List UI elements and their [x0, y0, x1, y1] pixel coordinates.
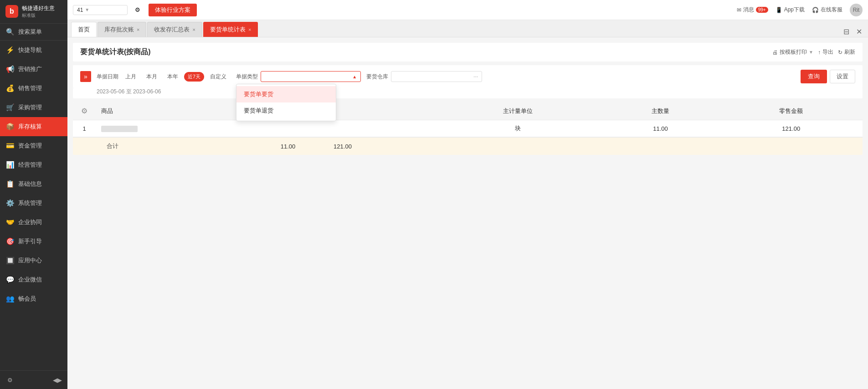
- type-select-value: [265, 73, 266, 80]
- template-dropdown-icon[interactable]: ▼: [809, 50, 813, 55]
- dropdown-item-order-goods[interactable]: 要货单要货: [236, 86, 336, 102]
- customer-service-button[interactable]: 🎧 在线客服: [812, 6, 842, 14]
- main-area: 41 ▼ ⚙ 体验行业方案 ✉ 消息 99+ 📱 App下载 🎧 在线客服 Ri…: [67, 0, 868, 389]
- row-seq: 1: [73, 120, 96, 137]
- sidebar-item-members[interactable]: 👥 畅会员: [0, 289, 67, 308]
- warehouse-select[interactable]: ···: [391, 71, 482, 82]
- enterprise-icon: 🤝: [5, 218, 15, 227]
- dropdown-item-order-return[interactable]: 要货单退货: [236, 102, 336, 119]
- sidebar-item-wechat[interactable]: 💬 企业微信: [0, 270, 67, 289]
- sidebar-item-label: 应用中心: [18, 256, 42, 265]
- date-btn-7days[interactable]: 近7天: [184, 72, 204, 82]
- app-name: 畅捷通好生意: [22, 5, 55, 12]
- tab-order-summary[interactable]: 要货单统计表 ×: [203, 22, 258, 37]
- date-filter-group: 单据日期 上月 本月 本年 近7天 自定义: [97, 71, 231, 82]
- user-avatar[interactable]: Rit: [850, 4, 863, 16]
- sidebar-item-label: 系统管理: [18, 199, 42, 207]
- warehouse-placeholder: [395, 73, 396, 80]
- promo-button[interactable]: 体验行业方案: [149, 4, 197, 16]
- query-button[interactable]: 查询: [801, 70, 827, 83]
- row-unit: 块: [434, 120, 601, 137]
- th-retail-amount: 零售金额: [720, 102, 863, 120]
- date-range-text: 2023-05-06 至 2023-06-06: [97, 88, 161, 95]
- sidebar-item-label: 企业微信: [18, 276, 42, 284]
- sidebar-item-system[interactable]: ⚙️ 系统管理: [0, 194, 67, 213]
- date-btn-this-month[interactable]: 本月: [142, 71, 161, 82]
- purchase-icon: 🛒: [5, 103, 15, 112]
- type-select-chevron-icon: ▲: [352, 74, 357, 79]
- date-filter-label: 单据日期: [97, 73, 118, 81]
- basic-info-icon: 📋: [5, 179, 15, 189]
- tabs-expand-icon[interactable]: ⊟: [841, 26, 852, 37]
- template-print-button[interactable]: 🖨 按模板打印 ▼: [772, 48, 813, 56]
- tab-home-label: 首页: [78, 26, 90, 34]
- app-download-button[interactable]: 📱 App下载: [776, 6, 805, 14]
- sidebar-item-enterprise[interactable]: 🤝 企业协同: [0, 213, 67, 232]
- sidebar-item-guide[interactable]: 🎯 新手引导: [0, 232, 67, 251]
- sidebar-item-label: 库存核算: [18, 123, 42, 131]
- type-filter-label: 单据类型: [236, 73, 258, 81]
- refresh-label: 刷新: [844, 48, 855, 56]
- sidebar-item-label: 新手引导: [18, 237, 42, 246]
- page-header: 要货单统计表(按商品) 🖨 按模板打印 ▼ ↑ 导出 ↻ 刷新: [73, 43, 863, 61]
- system-icon: ⚙️: [5, 199, 15, 208]
- table-header-row: ⚙ 商品 主计量单位 主数量 零售金额: [73, 102, 863, 120]
- sidebar-item-marketing[interactable]: 📢 营销推广: [0, 60, 67, 79]
- message-icon: ✉: [737, 7, 741, 13]
- type-filter-group: 单据类型 ▲ 要货单要货 要货单退货: [236, 71, 361, 82]
- page-title: 要货单统计表(按商品): [80, 47, 151, 57]
- type-select[interactable]: ▲: [261, 71, 361, 82]
- tab-order-summary-close-icon[interactable]: ×: [248, 27, 251, 32]
- inventory-icon: 📦: [5, 122, 15, 131]
- data-table: ⚙ 商品 主计量单位 主数量 零售金额 1 块 11.00: [73, 102, 863, 155]
- branch-selector[interactable]: 41 ▼: [73, 5, 128, 15]
- tab-collect-summary-close-icon[interactable]: ×: [192, 27, 195, 32]
- members-icon: 👥: [5, 294, 15, 303]
- filter-expand-button[interactable]: »: [80, 71, 91, 82]
- tab-batch-account[interactable]: 库存批次账 ×: [98, 22, 146, 37]
- branch-chevron-icon: ▼: [85, 7, 89, 12]
- topbar-settings-icon[interactable]: ⚙: [131, 4, 144, 16]
- settings-icon[interactable]: ⚙: [5, 375, 15, 384]
- template-print-label: 按模板打印: [780, 48, 807, 56]
- date-btn-custom[interactable]: 自定义: [206, 71, 231, 82]
- sidebar-item-basic-info[interactable]: 📋 基础信息: [0, 174, 67, 194]
- sidebar-item-operations[interactable]: 📊 经营管理: [0, 155, 67, 174]
- warehouse-filter-group: 要货仓库 ···: [366, 71, 482, 82]
- sidebar-item-sales[interactable]: 💰 销售管理: [0, 79, 67, 98]
- footer-label: 合计: [101, 142, 124, 150]
- row-retail-amount: 121.00: [720, 120, 863, 137]
- export-button[interactable]: ↑ 导出: [818, 48, 833, 56]
- tab-batch-account-close-icon[interactable]: ×: [137, 27, 139, 32]
- sidebar: b 畅捷通好生意 标准版 🔍 搜索菜单 ⚡ 快捷导航 📢 营销推广 💰 销售管理…: [0, 0, 67, 389]
- sidebar-item-finance[interactable]: 💳 资金管理: [0, 136, 67, 155]
- dropdown-item-label: 要货单退货: [244, 107, 273, 114]
- sidebar-item-app-center[interactable]: 🔲 应用中心: [0, 251, 67, 270]
- th-settings[interactable]: ⚙: [73, 102, 96, 120]
- date-btn-last-month[interactable]: 上月: [121, 71, 140, 82]
- setting-button[interactable]: 设置: [830, 70, 855, 83]
- message-button[interactable]: ✉ 消息 99+: [737, 6, 768, 14]
- tabs-close-all-icon[interactable]: ✕: [853, 26, 864, 37]
- sidebar-nav: ⚡ 快捷导航 📢 营销推广 💰 销售管理 🛒 采购管理 📦 库存核算 💳 资金管…: [0, 41, 67, 370]
- export-label: 导出: [822, 48, 833, 56]
- sidebar-item-purchase[interactable]: 🛒 采购管理: [0, 98, 67, 117]
- product-placeholder: [101, 126, 138, 132]
- sidebar-item-inventory[interactable]: 📦 库存核算: [0, 117, 67, 136]
- app-center-icon: 🔲: [5, 256, 15, 265]
- sidebar-item-label: 采购管理: [18, 103, 42, 112]
- collapse-icon[interactable]: ◀▶: [53, 375, 62, 384]
- app-download-label: App下载: [784, 6, 805, 14]
- sidebar-item-quick-nav[interactable]: ⚡ 快捷导航: [0, 41, 67, 60]
- tab-collect-summary[interactable]: 收发存汇总表 ×: [147, 22, 202, 37]
- guide-icon: 🎯: [5, 237, 15, 246]
- dropdown-item-label: 要货单要货: [244, 91, 273, 97]
- footer-retail-amount: 121.00: [315, 143, 370, 150]
- tab-home[interactable]: 首页: [71, 22, 97, 37]
- export-icon: ↑: [818, 49, 821, 56]
- marketing-icon: 📢: [5, 65, 15, 74]
- avatar-text: Rit: [853, 7, 860, 13]
- refresh-button[interactable]: ↻ 刷新: [838, 48, 855, 56]
- sidebar-item-search[interactable]: 🔍 搜索菜单: [0, 24, 67, 41]
- date-btn-this-year[interactable]: 本年: [163, 71, 182, 82]
